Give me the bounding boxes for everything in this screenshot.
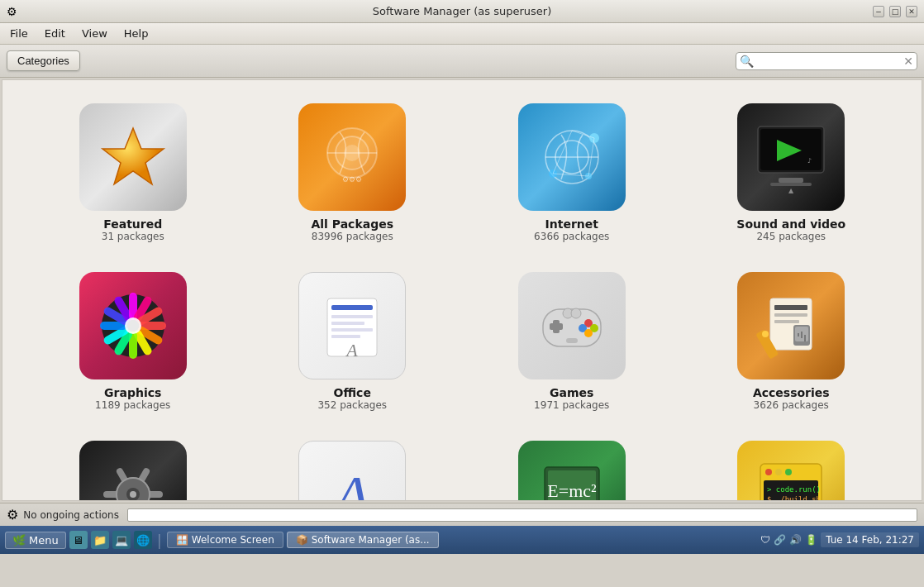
menu-edit[interactable]: Edit [38, 26, 72, 41]
taskbar-icon-4[interactable]: 🌐 [134, 531, 152, 549]
svg-text:E=mc²: E=mc² [547, 480, 597, 501]
svg-rect-38 [331, 305, 373, 310]
category-icon-office: A [298, 272, 406, 379]
taskbar-clock[interactable]: Tue 14 Feb, 21:27 [821, 532, 919, 547]
category-name-games: Games [550, 386, 593, 399]
search-clear-icon[interactable]: ✕ [903, 55, 913, 68]
svg-point-86 [785, 469, 792, 475]
close-button[interactable]: ✕ [906, 6, 917, 17]
svg-point-64 [762, 331, 769, 337]
category-count-all-packages: 83996 packages [312, 231, 393, 242]
search-box: 🔍 ✕ [736, 52, 917, 70]
taskbar-icon-1[interactable]: 🖥 [69, 531, 88, 549]
category-item-all-packages[interactable]: ⚙⚙⚙ All Packages83996 packages [247, 97, 459, 249]
taskbar-menu-button[interactable]: 🌿 Menu [5, 532, 66, 549]
svg-rect-53 [566, 338, 578, 343]
svg-rect-46 [550, 323, 563, 330]
category-name-accessories: Accessories [753, 386, 830, 399]
window-controls: − □ ✕ [873, 6, 917, 17]
svg-rect-40 [331, 322, 364, 325]
category-item-internet[interactable]: Internet6366 packages [466, 97, 678, 249]
category-icon-featured [79, 103, 187, 211]
taskbar-icon-3[interactable]: 💻 [112, 531, 131, 549]
svg-line-12 [572, 131, 594, 138]
category-item-graphics[interactable]: Graphics1189 packages [27, 265, 239, 418]
category-item-accessories[interactable]: Accessories3626 packages [686, 265, 898, 418]
menu-help[interactable]: Help [117, 26, 155, 41]
category-icon-programming: > code.run() $ ./build.sh [737, 441, 845, 501]
category-item-office[interactable]: A Office352 packages [247, 265, 459, 418]
tray-network-icon: 🔗 [774, 534, 786, 546]
svg-rect-20 [779, 178, 803, 183]
minimize-button[interactable]: − [873, 6, 884, 17]
category-icon-science: E=mc² [518, 441, 626, 501]
category-item-system-tools[interactable]: System tools2343 packages [27, 434, 239, 501]
window-icon-softman: 📦 [296, 534, 308, 546]
category-icon-all-packages: ⚙⚙⚙ [298, 103, 406, 211]
category-name-office: Office [334, 386, 371, 399]
svg-point-52 [571, 308, 581, 318]
svg-text:$ ./build.sh: $ ./build.sh [767, 495, 821, 501]
category-icon-sound-video: ♪ ▲ [737, 103, 845, 211]
svg-point-76 [130, 491, 136, 498]
svg-rect-41 [331, 328, 373, 332]
toolbar: Categories 🔍 ✕ [0, 45, 924, 78]
app-icon: ⚙ [7, 5, 17, 18]
category-name-graphics: Graphics [104, 386, 161, 399]
categories-button[interactable]: Categories [7, 50, 80, 71]
svg-point-85 [775, 469, 782, 475]
category-name-featured: Featured [103, 217, 162, 231]
taskbar-icon-2[interactable]: 📁 [91, 531, 109, 549]
taskbar-mint-icon: 🌿 [12, 534, 26, 546]
status-icon: ⚙️ [7, 507, 18, 523]
category-icon-fonts: A [298, 441, 406, 501]
taskbar-window-welcome[interactable]: 🪟 Welcome Screen [167, 532, 283, 548]
svg-text:♪: ♪ [807, 157, 812, 165]
svg-text:A: A [345, 340, 359, 360]
svg-point-50 [584, 329, 593, 337]
taskbar: 🌿 Menu 🖥 📁 💻 🌐 | 🪟 Welcome Screen 📦 Soft… [0, 526, 924, 554]
menu-bar: File Edit View Help [0, 23, 924, 45]
category-icon-games [518, 272, 626, 379]
svg-line-72 [120, 471, 125, 480]
svg-marker-0 [102, 128, 164, 184]
taskbar-window-label-softman: Software Manager (as... [312, 534, 430, 546]
category-name-internet: Internet [545, 217, 598, 231]
maximize-button[interactable]: □ [889, 6, 901, 17]
category-item-featured[interactable]: Featured31 packages [27, 97, 239, 249]
category-item-games[interactable]: Games1971 packages [466, 265, 678, 418]
tray-volume-icon: 🔊 [789, 534, 802, 546]
status-text: No ongoing actions [23, 509, 119, 521]
category-item-sound-video[interactable]: ♪ ▲ Sound and video245 packages [686, 97, 898, 249]
search-input[interactable] [757, 55, 903, 67]
category-icon-graphics [79, 272, 187, 379]
taskbar-tray: 🛡 🔗 🔊 🔋 [760, 534, 817, 546]
menu-view[interactable]: View [75, 26, 114, 41]
svg-text:⚙⚙⚙: ⚙⚙⚙ [342, 175, 362, 184]
taskbar-separator: | [155, 532, 164, 549]
category-item-programming[interactable]: > code.run() $ ./build.sh Programming703… [686, 434, 898, 501]
category-count-graphics: 1189 packages [95, 399, 170, 411]
svg-rect-39 [331, 315, 373, 318]
status-progress-bar [127, 508, 917, 522]
title-bar: ⚙ Software Manager (as superuser) − □ ✕ [0, 0, 924, 23]
category-count-sound-video: 245 packages [756, 231, 826, 242]
category-name-sound-video: Sound and video [736, 217, 845, 231]
svg-text:▲: ▲ [788, 187, 794, 194]
category-count-office: 352 packages [317, 399, 387, 411]
taskbar-window-softman[interactable]: 📦 Software Manager (as... [287, 532, 439, 548]
categories-grid: Featured31 packages ⚙⚙⚙ All Packages8399… [27, 97, 897, 501]
tray-shield-icon: 🛡 [760, 534, 770, 546]
category-icon-system-tools [79, 441, 187, 501]
svg-rect-55 [774, 305, 807, 310]
category-count-internet: 6366 packages [534, 231, 609, 242]
category-item-science[interactable]: E=mc² Science and Education1384 packages [466, 434, 678, 501]
svg-point-84 [765, 469, 772, 475]
category-icon-accessories [737, 272, 845, 379]
svg-text:A: A [331, 464, 371, 501]
window-title: Software Manager (as superuser) [373, 5, 552, 17]
category-item-fonts[interactable]: A Fonts384 packages [247, 434, 459, 501]
menu-file[interactable]: File [3, 26, 35, 41]
search-icon: 🔍 [740, 55, 754, 68]
svg-rect-21 [770, 183, 812, 186]
